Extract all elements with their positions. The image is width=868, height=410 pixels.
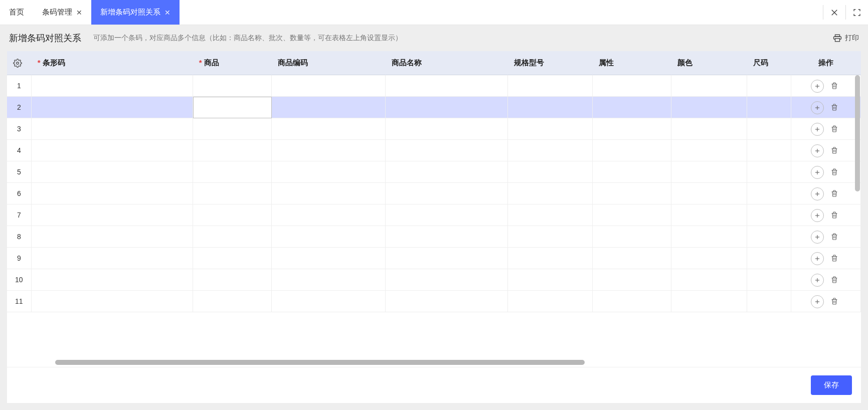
cell-product[interactable]	[193, 140, 272, 161]
cell-attr[interactable]	[593, 226, 672, 248]
cell-product[interactable]	[193, 269, 272, 291]
table-row[interactable]: 7	[7, 204, 861, 226]
cell-attr[interactable]	[593, 75, 672, 97]
cell-product-code[interactable]	[272, 269, 386, 291]
close-all-tabs-button[interactable]	[823, 0, 845, 25]
cell-color[interactable]	[671, 204, 747, 226]
table-row[interactable]: 5	[7, 161, 861, 183]
cell-product-code[interactable]	[272, 97, 386, 118]
cell-product-code[interactable]	[272, 291, 386, 312]
cell-attr[interactable]	[593, 248, 672, 269]
cell-product[interactable]	[193, 204, 272, 226]
horizontal-scrollbar-thumb[interactable]	[55, 360, 585, 365]
cell-product-name[interactable]	[386, 291, 507, 312]
cell-product-name[interactable]	[386, 204, 507, 226]
cell-barcode[interactable]	[32, 161, 193, 183]
cell-product-code[interactable]	[272, 226, 386, 248]
cell-attr[interactable]	[593, 291, 672, 312]
cell-product-code[interactable]	[272, 204, 386, 226]
cell-product[interactable]	[193, 226, 272, 248]
cell-spec[interactable]	[508, 161, 593, 183]
cell-barcode[interactable]	[32, 140, 193, 161]
add-row-button[interactable]	[811, 295, 824, 308]
cell-product-name[interactable]	[386, 183, 507, 204]
delete-row-button[interactable]	[828, 79, 841, 92]
delete-row-button[interactable]	[828, 101, 841, 114]
cell-size[interactable]	[747, 140, 791, 161]
cell-color[interactable]	[671, 140, 747, 161]
cell-color[interactable]	[671, 248, 747, 269]
cell-size[interactable]	[747, 226, 791, 248]
cell-product-name[interactable]	[386, 97, 507, 118]
cell-product[interactable]	[193, 183, 272, 204]
cell-product-name[interactable]	[386, 140, 507, 161]
delete-row-button[interactable]	[828, 144, 841, 157]
cell-barcode[interactable]	[32, 75, 193, 97]
table-row[interactable]: 6	[7, 183, 861, 204]
cell-spec[interactable]	[508, 183, 593, 204]
cell-product-code[interactable]	[272, 161, 386, 183]
close-icon[interactable]: ✕	[76, 9, 82, 17]
delete-row-button[interactable]	[828, 230, 841, 243]
cell-spec[interactable]	[508, 140, 593, 161]
add-row-button[interactable]	[811, 166, 824, 179]
cell-barcode[interactable]	[32, 269, 193, 291]
cell-size[interactable]	[747, 248, 791, 269]
cell-attr[interactable]	[593, 204, 672, 226]
cell-spec[interactable]	[508, 118, 593, 140]
cell-attr[interactable]	[593, 161, 672, 183]
delete-row-button[interactable]	[828, 295, 841, 308]
cell-size[interactable]	[747, 75, 791, 97]
cell-size[interactable]	[747, 269, 791, 291]
cell-spec[interactable]	[508, 269, 593, 291]
cell-size[interactable]	[747, 204, 791, 226]
cell-color[interactable]	[671, 118, 747, 140]
cell-product-name[interactable]	[386, 226, 507, 248]
save-button[interactable]: 保存	[811, 375, 852, 395]
cell-spec[interactable]	[508, 97, 593, 118]
cell-color[interactable]	[671, 269, 747, 291]
cell-product-code[interactable]	[272, 183, 386, 204]
table-row[interactable]: 10	[7, 269, 861, 291]
close-icon[interactable]: ✕	[164, 9, 170, 17]
cell-product-code[interactable]	[272, 118, 386, 140]
table-row[interactable]: 4	[7, 140, 861, 161]
cell-attr[interactable]	[593, 269, 672, 291]
table-row[interactable]: 1	[7, 75, 861, 97]
delete-row-button[interactable]	[828, 187, 841, 200]
cell-size[interactable]	[747, 97, 791, 118]
table-row[interactable]: 8	[7, 226, 861, 248]
cell-product-code[interactable]	[272, 75, 386, 97]
delete-row-button[interactable]	[828, 165, 841, 178]
cell-product[interactable]	[193, 97, 272, 118]
cell-size[interactable]	[747, 161, 791, 183]
cell-barcode[interactable]	[32, 97, 193, 118]
cell-product-name[interactable]	[386, 118, 507, 140]
cell-spec[interactable]	[508, 291, 593, 312]
delete-row-button[interactable]	[828, 209, 841, 222]
cell-product[interactable]	[193, 118, 272, 140]
cell-attr[interactable]	[593, 97, 672, 118]
cell-product-name[interactable]	[386, 75, 507, 97]
cell-spec[interactable]	[508, 75, 593, 97]
table-row[interactable]: 3	[7, 118, 861, 140]
fullscreen-button[interactable]	[846, 0, 868, 25]
add-row-button[interactable]	[811, 187, 824, 200]
cell-product[interactable]	[193, 75, 272, 97]
table-row[interactable]: 2	[7, 97, 861, 118]
tab-barcode-mgmt[interactable]: 条码管理 ✕	[33, 0, 91, 25]
column-settings[interactable]	[7, 51, 32, 75]
tab-new-barcode-relation[interactable]: 新增条码对照关系 ✕	[91, 0, 180, 25]
add-row-button[interactable]	[811, 274, 824, 287]
add-row-button[interactable]	[811, 80, 824, 93]
cell-attr[interactable]	[593, 140, 672, 161]
add-row-button[interactable]	[811, 144, 824, 157]
cell-size[interactable]	[747, 183, 791, 204]
cell-product-code[interactable]	[272, 248, 386, 269]
cell-product-code[interactable]	[272, 140, 386, 161]
tab-home[interactable]: 首页	[0, 0, 33, 25]
cell-color[interactable]	[671, 75, 747, 97]
vertical-scrollbar-thumb[interactable]	[855, 75, 860, 191]
cell-color[interactable]	[671, 183, 747, 204]
cell-product[interactable]	[193, 161, 272, 183]
